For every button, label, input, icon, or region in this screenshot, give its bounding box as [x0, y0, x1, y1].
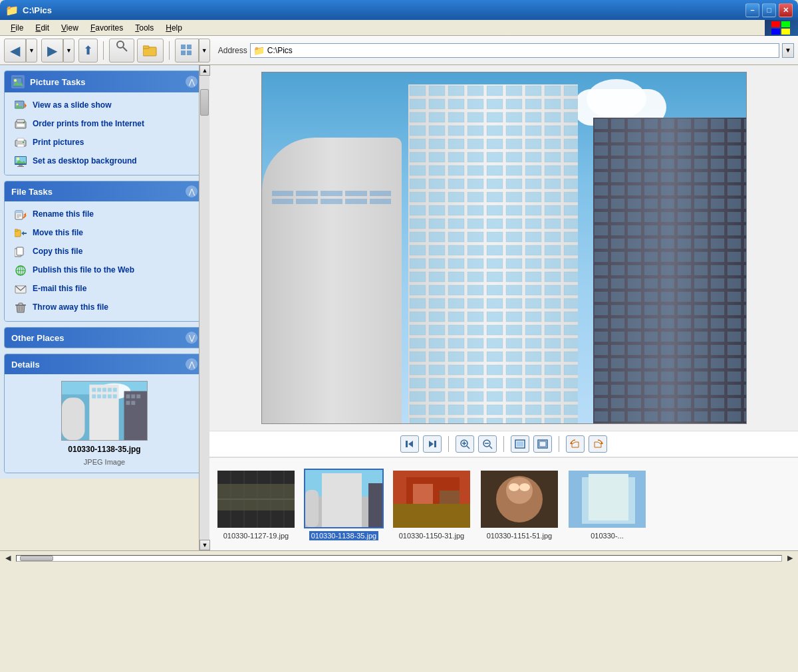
svg-rect-20 [17, 120, 25, 122]
svg-rect-25 [17, 144, 24, 147]
task-order-prints[interactable]: Order prints from the Internet [14, 118, 195, 131]
svg-marker-18 [25, 103, 27, 108]
img-actual-size-btn[interactable] [533, 435, 552, 453]
svg-point-29 [17, 158, 19, 160]
menu-view[interactable]: View [56, 22, 84, 34]
svg-rect-111 [305, 490, 319, 527]
svg-point-122 [519, 483, 530, 491]
back-dropdown[interactable]: ▼ [26, 39, 37, 62]
file-tasks-body: Rename this file Move this file [5, 201, 204, 321]
file-tasks-collapse-btn[interactable]: ⋀ [186, 185, 198, 197]
forward-button[interactable]: ▶ [41, 39, 63, 62]
svg-rect-59 [97, 388, 101, 392]
svg-rect-71 [136, 394, 140, 398]
minimize-button[interactable]: – [745, 3, 759, 17]
building-left [262, 138, 402, 423]
thumbnail-1[interactable]: 010330-1127-19.jpg [216, 469, 296, 540]
thumbnail-4[interactable]: 010330-1151-51.jpg [479, 469, 559, 540]
back-button[interactable]: ◀ [4, 39, 26, 62]
menu-favorites[interactable]: Favorites [85, 22, 128, 34]
picture-tasks-collapse-btn[interactable]: ⋀ [186, 76, 198, 88]
thumbnail-img-3 [392, 469, 471, 529]
svg-rect-70 [131, 394, 135, 398]
window-title: C:\Pics [23, 5, 52, 15]
close-button[interactable]: ✕ [779, 3, 793, 17]
task-desktop-bg-label: Set as desktop background [33, 156, 137, 167]
svg-rect-101 [217, 484, 295, 510]
views-button[interactable] [175, 39, 199, 62]
scroll-thumb[interactable] [200, 89, 209, 116]
main-image: // JS to create windows grid inline /* i… [261, 72, 747, 424]
menu-tools[interactable]: Tools [130, 22, 159, 34]
menu-bar: File Edit View Favorites Tools Help [0, 20, 798, 36]
menu-edit[interactable]: Edit [30, 22, 55, 34]
picture-tasks-header[interactable]: Picture Tasks ⋀ [5, 71, 204, 92]
thumbnail-img-4 [479, 469, 559, 529]
svg-rect-1 [781, 21, 790, 27]
svg-rect-56 [62, 397, 84, 440]
scroll-up-btn[interactable]: ▲ [200, 65, 210, 76]
task-email[interactable]: E-mail this file [14, 282, 195, 296]
task-desktop-bg[interactable]: Set as desktop background [14, 155, 195, 168]
horizontal-scrollbar[interactable] [16, 555, 782, 562]
task-print-label: Print pictures [33, 138, 84, 148]
menu-help[interactable]: Help [160, 22, 188, 34]
desktop-bg-icon [14, 155, 27, 168]
task-delete[interactable]: Throw away this file [14, 301, 195, 314]
task-print[interactable]: Print pictures [14, 136, 195, 150]
task-rename[interactable]: Rename this file [14, 208, 195, 221]
views-dropdown[interactable]: ▼ [199, 39, 210, 62]
maximize-button[interactable]: □ [762, 3, 776, 17]
svg-line-38 [23, 215, 26, 218]
other-places-collapse-btn[interactable]: ⋁ [186, 332, 198, 344]
svg-rect-81 [434, 441, 436, 447]
address-input-container[interactable]: 📁 C:\Pics [250, 43, 779, 58]
thumbnail-label-4: 010330-1151-51.jpg [487, 532, 552, 540]
img-zoom-out-btn[interactable] [478, 435, 497, 453]
svg-rect-2 [771, 29, 780, 35]
sidebar-scrollbar: ▲ ▼ [199, 65, 209, 550]
scroll-down-btn[interactable]: ▼ [200, 540, 210, 550]
h-scroll-thumb[interactable] [20, 556, 53, 561]
img-rotate-cw-btn[interactable] [589, 435, 607, 453]
forward-dropdown[interactable]: ▼ [63, 39, 74, 62]
sidebar-wrapper: Picture Tasks ⋀ [0, 65, 209, 550]
img-fit-btn[interactable] [511, 435, 529, 453]
img-rotate-ccw-btn[interactable] [566, 435, 585, 453]
up-button[interactable]: ⬆ [78, 39, 98, 62]
svg-point-4 [117, 41, 124, 48]
address-value: C:\Pics [267, 46, 293, 55]
folders-button[interactable] [137, 39, 164, 62]
file-tasks-title: File Tasks [11, 187, 53, 197]
img-next-btn[interactable] [423, 435, 442, 453]
thumbnail-2[interactable]: 010330-1138-35.jpg [304, 469, 384, 540]
move-icon [14, 227, 27, 240]
other-places-header[interactable]: Other Places ⋁ [5, 328, 204, 348]
task-copy[interactable]: Copy this file [14, 245, 195, 259]
img-prev-btn[interactable] [400, 435, 419, 453]
address-bar: Address 📁 C:\Pics ▼ [218, 42, 794, 59]
main-layout: Picture Tasks ⋀ [0, 65, 798, 550]
file-tasks-header[interactable]: File Tasks ⋀ [5, 181, 204, 201]
img-zoom-in-btn[interactable] [456, 435, 474, 453]
menu-file[interactable]: File [5, 22, 29, 34]
task-publish[interactable]: Publish this file to the Web [14, 264, 195, 277]
search-button[interactable] [109, 39, 134, 62]
order-prints-icon [14, 118, 27, 131]
thumbnail-3[interactable]: 010330-1150-31.jpg [392, 469, 471, 540]
address-folder-icon: 📁 [253, 45, 265, 56]
thumbnail-label-1: 010330-1127-19.jpg [223, 532, 289, 540]
task-slideshow[interactable]: View as a slide show [14, 99, 195, 112]
details-header[interactable]: Details ⋀ [5, 354, 204, 374]
content-area: // JS to create windows grid inline /* i… [209, 65, 798, 550]
task-rename-label: Rename this file [33, 209, 94, 220]
thumbnail-5[interactable]: 010330-... [567, 469, 647, 540]
svg-rect-63 [92, 394, 96, 398]
picture-tasks-title: Picture Tasks [30, 77, 86, 87]
svg-rect-117 [393, 504, 470, 528]
address-dropdown-btn[interactable]: ▼ [782, 43, 794, 58]
back-btn-group: ◀ ▼ [4, 39, 37, 62]
details-collapse-btn[interactable]: ⋀ [186, 358, 198, 370]
task-move[interactable]: Move this file [14, 227, 195, 240]
task-move-label: Move this file [33, 228, 83, 239]
